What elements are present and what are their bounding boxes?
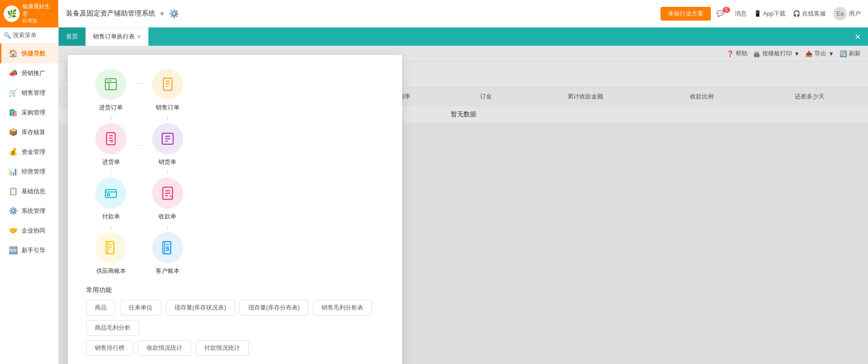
svg-rect-7 bbox=[105, 190, 116, 197]
sales-bill-label: 销货单 bbox=[158, 158, 176, 166]
online-service-icon: 🎧 bbox=[793, 10, 800, 17]
sidebar-item-marketing[interactable]: 📣 营销推广 bbox=[0, 63, 58, 83]
sidebar-item-purchase[interactable]: 🛍️ 采购管理 bbox=[0, 103, 58, 122]
sidebar-item-operations[interactable]: 📊 经营管理 bbox=[0, 162, 58, 181]
logo-icon: 🌿 bbox=[4, 5, 20, 22]
sidebar-item-label: 营销推广 bbox=[22, 69, 45, 77]
finance-icon: 💰 bbox=[9, 147, 18, 156]
func-btn-partner[interactable]: 往来单位 bbox=[120, 300, 161, 315]
purchase-bill-circle[interactable] bbox=[95, 123, 126, 154]
inventory-icon: 📦 bbox=[9, 128, 18, 136]
svg-rect-9 bbox=[107, 194, 109, 196]
sidebar-item-system[interactable]: ⚙️ 系统管理 bbox=[0, 201, 58, 221]
flow-right-col: 销售订单 ↓ 销货单 ↓ bbox=[143, 69, 192, 275]
sidebar-item-label: 库存核算 bbox=[22, 128, 45, 136]
sales-icon: 🛒 bbox=[9, 88, 18, 97]
func-buttons-row1: 商品 往来单位 现存量(库存状况表) 现存量(库存分布表) 销售毛利分析表 商品… bbox=[86, 300, 384, 336]
customer-ledger-circle[interactable] bbox=[152, 232, 183, 263]
sidebar-item-inventory[interactable]: 📦 库存核算 bbox=[0, 122, 58, 142]
purchase-icon: 🛍️ bbox=[9, 108, 18, 117]
flow-node-supplier-ledger[interactable]: 供应商账本 bbox=[95, 232, 126, 275]
func-btn-receipt-stats[interactable]: 收款情况统计 bbox=[138, 340, 191, 356]
sidebar-item-finance[interactable]: 💰 资金管理 bbox=[0, 142, 58, 162]
settings-icon[interactable]: ⚙️ bbox=[169, 9, 179, 19]
func-btn-stock-status[interactable]: 现存量(库存状况表) bbox=[166, 300, 235, 315]
system-title: 装备及固定资产辅助管理系统 bbox=[66, 9, 155, 18]
sales-order-circle[interactable] bbox=[152, 69, 183, 100]
svg-rect-15 bbox=[163, 78, 172, 91]
system-title-dropdown[interactable]: ▼ bbox=[159, 10, 165, 17]
user-avatar-area[interactable]: Ea 用户 bbox=[833, 7, 861, 21]
func-btn-sales-rank[interactable]: 销售排行榜 bbox=[86, 340, 133, 356]
tabs-close-all-btn[interactable]: ✕ bbox=[847, 27, 868, 46]
receipt-bill-circle[interactable] bbox=[152, 178, 183, 209]
dashed-arrow-1: - - - → bbox=[136, 80, 143, 87]
payment-bill-circle[interactable] bbox=[95, 178, 126, 209]
sidebar-item-label: 系统管理 bbox=[22, 207, 45, 215]
arrow-down-2: ↓ bbox=[109, 167, 113, 177]
svg-point-28 bbox=[166, 248, 169, 250]
sidebar-item-label: 经营管理 bbox=[22, 168, 45, 176]
tab-home[interactable]: 首页 bbox=[59, 27, 86, 46]
sidebar-item-sales[interactable]: 🛒 销售管理 bbox=[0, 83, 58, 103]
tab-close-icon[interactable]: × bbox=[137, 33, 141, 40]
online-service-label: 在线客服 bbox=[802, 10, 826, 18]
payment-bill-label: 付款单 bbox=[102, 212, 120, 221]
arrow-down-3: ↓ bbox=[109, 222, 113, 231]
func-buttons-row2: 销售排行榜 收款情况统计 付款情况统计 bbox=[86, 340, 384, 356]
svg-rect-11 bbox=[108, 242, 114, 254]
customer-ledger-label: 客户账本 bbox=[156, 267, 180, 275]
flow-node-sales-order[interactable]: 销售订单 bbox=[152, 69, 183, 112]
sidebar-item-newbie[interactable]: 🆕 新手引导 bbox=[0, 240, 58, 260]
sidebar-item-quick-nav[interactable]: 🏠 快捷导航 bbox=[0, 43, 58, 63]
flow-node-payment-bill[interactable]: 付款单 bbox=[95, 178, 126, 221]
func-btn-stock-dist[interactable]: 现存量(库存分布表) bbox=[240, 300, 309, 315]
system-icon: ⚙️ bbox=[9, 206, 18, 215]
common-funcs-title: 常用功能 bbox=[86, 286, 384, 294]
app-logo: 🌿 畅康通好生意 标准版 bbox=[0, 0, 58, 27]
sidebar-item-label: 企业协同 bbox=[22, 227, 45, 235]
topbar-title-area: 装备及固定资产辅助管理系统 ▼ ⚙️ bbox=[66, 9, 655, 19]
user-avatar: Ea bbox=[833, 7, 847, 21]
online-service-btn[interactable]: 🎧 在线客服 bbox=[793, 10, 826, 18]
flow-left-col: 进货订单 ↓ 进货单 ↓ bbox=[86, 69, 136, 275]
h-arrow-bottom: ← - - - bbox=[136, 141, 143, 148]
sidebar-search[interactable]: 🔍 搜索菜单 bbox=[0, 27, 58, 43]
operations-icon: 📊 bbox=[9, 167, 18, 176]
marketing-icon: 📣 bbox=[9, 69, 18, 77]
close-all-icon: ✕ bbox=[855, 33, 861, 41]
basic-info-icon: 📋 bbox=[9, 187, 18, 196]
sidebar-item-basic-info[interactable]: 📋 基础信息 bbox=[0, 181, 58, 201]
experience-btn[interactable]: 体验行业方案 bbox=[661, 7, 711, 21]
arrow-down-1: ↓ bbox=[109, 113, 113, 122]
func-btn-product[interactable]: 商品 bbox=[86, 300, 115, 315]
flow-node-purchase-order[interactable]: 进货订单 bbox=[95, 69, 126, 112]
func-btn-sales-profit[interactable]: 销售毛利分析表 bbox=[313, 300, 372, 315]
search-menu-label: 搜索菜单 bbox=[13, 31, 37, 39]
supplier-ledger-circle[interactable] bbox=[95, 232, 126, 263]
flow-node-purchase-bill[interactable]: 进货单 bbox=[95, 123, 126, 166]
tab-sales-order-label: 销售订单执行表 bbox=[93, 33, 135, 41]
logo-text: 畅康通好生意 标准版 bbox=[22, 3, 55, 24]
corp-coop-icon: 🤝 bbox=[9, 226, 18, 235]
sales-bill-circle[interactable] bbox=[152, 123, 183, 154]
supplier-ledger-label: 供应商账本 bbox=[96, 267, 126, 275]
sidebar-item-corp-coop[interactable]: 🤝 企业协同 bbox=[0, 221, 58, 240]
tab-sales-order[interactable]: 销售订单执行表 × bbox=[86, 27, 148, 46]
message-label: 消息 bbox=[735, 10, 747, 18]
app-download-btn[interactable]: 📱 App下载 bbox=[754, 10, 786, 18]
purchase-bill-label: 进货单 bbox=[102, 158, 120, 166]
flow-node-receipt-bill[interactable]: 收款单 bbox=[152, 178, 183, 221]
message-btn[interactable]: 💬 5 消息 bbox=[716, 10, 747, 18]
sidebar-item-label: 基础信息 bbox=[22, 187, 45, 196]
func-btn-product-profit[interactable]: 商品毛利分析 bbox=[86, 320, 139, 336]
tabs-bar: 首页 销售订单执行表 × ✕ bbox=[59, 27, 868, 46]
flow-node-sales-bill[interactable]: 销货单 bbox=[152, 123, 183, 166]
purchase-order-circle[interactable] bbox=[95, 69, 126, 100]
func-btn-payment-stats[interactable]: 付款情况统计 bbox=[196, 340, 249, 356]
h-arrow-top: - - - → bbox=[136, 80, 143, 87]
newbie-icon: 🆕 bbox=[9, 246, 18, 255]
flow-node-customer-ledger[interactable]: 客户账本 bbox=[152, 232, 183, 275]
sales-order-label: 销售订单 bbox=[156, 103, 180, 112]
app-download-icon: 📱 bbox=[754, 10, 761, 17]
